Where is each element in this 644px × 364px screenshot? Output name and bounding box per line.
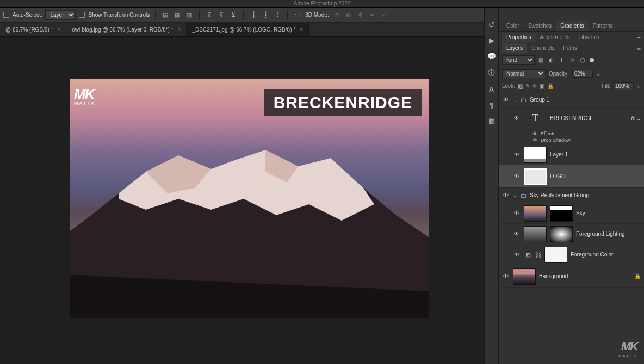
distribute-icon[interactable]: ⋮	[273, 11, 282, 20]
layer-background[interactable]: 👁 Background 🔒	[499, 265, 644, 288]
lock-artboard-icon[interactable]: ▣	[540, 83, 544, 89]
3d-orbit-icon: ⟲	[332, 11, 341, 20]
panel-menu-icon[interactable]: ≡	[637, 35, 641, 42]
lock-pixels-icon[interactable]: ✎	[525, 83, 530, 89]
filter-kind-dropdown[interactable]: Kind	[502, 55, 535, 65]
swatch-icon[interactable]: ▦	[488, 117, 495, 125]
fx-badge[interactable]: fx ⌄	[631, 116, 641, 121]
visibility-toggle[interactable]: 👁	[502, 192, 510, 198]
blend-mode-dropdown[interactable]: Normal	[502, 69, 546, 78]
3d-slide-icon: ⇔	[368, 11, 377, 20]
more-icon[interactable]: ⋯	[293, 11, 302, 20]
filter-pixel-icon[interactable]: ▧	[537, 56, 545, 64]
visibility-toggle[interactable]: 👁	[502, 97, 510, 103]
watermark-mk: MK	[617, 340, 637, 354]
close-tab-icon[interactable]: ×	[178, 27, 181, 33]
comment-icon[interactable]: 💬	[487, 52, 496, 60]
tab-color[interactable]: Color	[502, 21, 524, 31]
distribute-h-icon[interactable]: ┇	[249, 11, 258, 20]
close-tab-icon[interactable]: ×	[57, 27, 60, 33]
document-tab[interactable]: @ 66.7% (RGB/8) *×	[0, 23, 66, 36]
opacity-chevron-icon[interactable]: ⌄	[596, 71, 600, 77]
filter-adjust-icon[interactable]: ◐	[547, 56, 555, 64]
layer-group1[interactable]: 👁 ⌄ 🗀 Group 1	[499, 92, 644, 108]
document-tab-active[interactable]: _DSC2171.jpg @ 66.7% (LOGO, RGB/8) *×	[187, 23, 309, 36]
visibility-toggle[interactable]: 👁	[513, 152, 521, 158]
panel-menu-icon[interactable]: ≡	[637, 24, 641, 31]
visibility-toggle[interactable]: 👁	[513, 231, 521, 237]
tab-label: _DSC2171.jpg @ 66.7% (LOGO, RGB/8) *	[192, 27, 295, 33]
lock-transparency-icon[interactable]: ▩	[518, 83, 523, 89]
folder-icon: 🗀	[521, 97, 527, 103]
paragraph-icon[interactable]: ¶	[490, 101, 493, 109]
align-top-icon[interactable]: ⊼	[205, 11, 214, 20]
layer-mask-thumb	[544, 247, 567, 263]
align-bottom-icon[interactable]: ⊻	[229, 11, 238, 20]
tab-gradients[interactable]: Gradients	[556, 21, 588, 31]
lock-position-icon[interactable]: ✥	[532, 83, 537, 89]
layer-fg-lighting[interactable]: 👁 Foreground Lighting	[499, 224, 644, 244]
opacity-input[interactable]	[572, 70, 593, 78]
visibility-toggle[interactable]: 👁	[502, 273, 510, 279]
filter-shape-icon[interactable]: ▱	[568, 56, 576, 64]
document-canvas[interactable]: MK MATTK BRECKENRIDGE	[70, 79, 429, 318]
color-panel-tabs: Color Swatches Gradients Patterns ≡	[499, 20, 644, 32]
layer-name: LOGO	[550, 173, 566, 179]
auto-select-checkbox[interactable]	[3, 12, 9, 18]
layer-sky-group[interactable]: 👁 ⌄ 🗀 Sky Replacement Group	[499, 188, 644, 203]
character-icon[interactable]: A	[489, 85, 494, 93]
filter-smart-icon[interactable]: ▢	[578, 56, 586, 64]
tab-layers[interactable]: Layers	[502, 43, 527, 53]
auto-select-dropdown[interactable]: Layer	[45, 10, 76, 20]
layer-name: Foreground Color	[571, 252, 613, 258]
layer-layer1[interactable]: 👁 Layer 1	[499, 145, 644, 165]
align-right-icon[interactable]: ▥	[185, 11, 194, 20]
layer-text-breckenridge[interactable]: 👁 T BRECKENRIDGE fx ⌄	[499, 108, 644, 129]
adjustment-icon: ◩	[524, 251, 532, 258]
tab-patterns[interactable]: Patterns	[589, 21, 617, 31]
show-transform-checkbox[interactable]	[79, 12, 85, 18]
layer-sky[interactable]: 👁 Sky	[499, 203, 644, 224]
layer-thumb	[524, 226, 547, 242]
fill-chevron-icon[interactable]: ⌄	[636, 83, 641, 89]
separator	[199, 10, 200, 20]
layer-name: Foreground Lighting	[576, 231, 625, 237]
history-icon[interactable]: ↺	[488, 21, 494, 29]
align-center-icon[interactable]: ▦	[173, 11, 182, 20]
visibility-toggle[interactable]: 👁	[532, 131, 537, 136]
collapse-icon[interactable]: ⌄	[513, 97, 517, 103]
visibility-toggle[interactable]: 👁	[513, 115, 521, 121]
tab-properties[interactable]: Properties	[502, 33, 536, 42]
layer-fg-color[interactable]: 👁 ◩ ⛓ Foreground Color	[499, 244, 644, 265]
panel-menu-icon[interactable]: ≡	[637, 46, 641, 53]
lock-all-icon[interactable]: 🔒	[547, 83, 554, 89]
tab-channels[interactable]: Channels	[527, 43, 559, 53]
filter-toggle[interactable]	[590, 58, 594, 62]
layer-name: BRECKENRIDGE	[550, 115, 593, 121]
play-icon[interactable]: ▶	[489, 36, 494, 45]
tab-adjustments[interactable]: Adjustments	[536, 33, 574, 42]
folder-icon: 🗀	[521, 192, 527, 199]
tab-paths[interactable]: Paths	[559, 43, 581, 53]
visibility-toggle[interactable]: 👁	[532, 137, 537, 143]
opacity-label: Opacity:	[549, 71, 569, 77]
align-middle-icon[interactable]: ⊽	[217, 11, 226, 20]
lock-icon[interactable]: 🔒	[634, 273, 641, 279]
visibility-toggle[interactable]: 👁	[513, 173, 521, 179]
filter-type-icon[interactable]: T	[558, 56, 566, 64]
canvas-title-box: BRECKENRIDGE	[264, 89, 422, 116]
distribute-v-icon[interactable]: ┋	[261, 11, 270, 20]
text-layer-thumb: T	[524, 110, 547, 127]
tab-libraries[interactable]: Libraries	[574, 33, 604, 42]
fill-input[interactable]	[613, 82, 634, 90]
visibility-toggle[interactable]: 👁	[513, 210, 521, 216]
align-left-icon[interactable]: ▤	[161, 11, 170, 20]
collapse-icon[interactable]: ⌄	[513, 193, 517, 198]
layer-name: Layer 1	[550, 152, 568, 158]
tab-swatches[interactable]: Swatches	[524, 21, 556, 31]
visibility-toggle[interactable]: 👁	[513, 252, 521, 258]
layer-logo[interactable]: 👁 LOGO	[499, 165, 644, 188]
document-tab[interactable]: owl-blog.jpg @ 66.7% (Layer 0, RGB/8*) *…	[66, 23, 187, 36]
info-icon[interactable]: ⓘ	[488, 68, 495, 78]
close-tab-icon[interactable]: ×	[300, 27, 303, 33]
